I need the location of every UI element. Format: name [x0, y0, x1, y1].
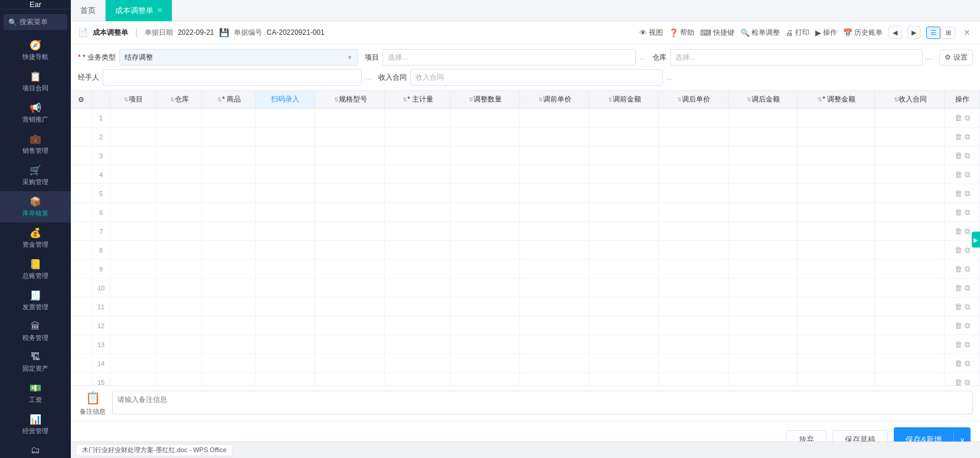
cell-data[interactable]: [156, 146, 202, 165]
cell-data[interactable]: [659, 109, 729, 127]
cell-data[interactable]: [659, 335, 729, 354]
cell-data[interactable]: [589, 316, 659, 335]
th-scan-input[interactable]: 扫码录入: [256, 91, 315, 109]
cell-data[interactable]: [659, 165, 729, 184]
cell-data[interactable]: [156, 279, 202, 297]
cell-data[interactable]: [256, 260, 315, 279]
cell-data[interactable]: [728, 373, 798, 386]
cell-data[interactable]: [156, 335, 202, 354]
sidebar-item-fund-mgmt[interactable]: 💰 资金管理: [0, 223, 71, 254]
cell-data[interactable]: [256, 279, 315, 297]
cell-data[interactable]: [450, 222, 520, 241]
cell-data[interactable]: [520, 260, 589, 279]
tab-close-icon[interactable]: ✕: [157, 6, 162, 14]
cell-data[interactable]: [659, 241, 729, 260]
cell-data[interactable]: [315, 127, 385, 146]
cell-data[interactable]: [520, 373, 589, 386]
delete-row-icon[interactable]: 🗑: [955, 170, 962, 179]
cell-data[interactable]: [202, 165, 256, 184]
cell-data[interactable]: [798, 241, 875, 260]
cell-data[interactable]: [875, 260, 945, 279]
cell-data[interactable]: [385, 316, 450, 335]
cell-data[interactable]: [520, 109, 589, 127]
cell-data[interactable]: [520, 165, 589, 184]
cell-data[interactable]: [589, 279, 659, 297]
cell-data[interactable]: [256, 184, 315, 203]
remarks-input[interactable]: [112, 391, 973, 414]
cell-data[interactable]: [256, 203, 315, 222]
sidebar-item-payroll[interactable]: 💵 工资: [0, 378, 71, 409]
cell-data[interactable]: [728, 335, 798, 354]
sidebar-item-tax-mgmt[interactable]: 🏛 税务管理: [0, 316, 71, 347]
cell-data[interactable]: [256, 297, 315, 316]
cell-data[interactable]: [156, 203, 202, 222]
cell-data[interactable]: [589, 203, 659, 222]
copy-row-icon[interactable]: ⧉: [965, 378, 970, 386]
cell-data[interactable]: [110, 373, 156, 386]
cell-data[interactable]: [798, 373, 875, 386]
cell-data[interactable]: [875, 127, 945, 146]
cell-data[interactable]: [450, 241, 520, 260]
cell-data[interactable]: [520, 127, 589, 146]
cell-data[interactable]: [110, 127, 156, 146]
cell-data[interactable]: [798, 184, 875, 203]
cell-data[interactable]: [589, 260, 659, 279]
cell-data[interactable]: [659, 127, 729, 146]
copy-row-icon[interactable]: ⧉: [965, 321, 970, 331]
cell-data[interactable]: [450, 184, 520, 203]
th-spec-type[interactable]: ⇅规格型号: [315, 91, 385, 109]
cell-data[interactable]: [156, 165, 202, 184]
th-before-amount[interactable]: ⇅调前金额: [589, 91, 659, 109]
cell-data[interactable]: [385, 165, 450, 184]
delete-row-icon[interactable]: 🗑: [955, 227, 962, 235]
cell-data[interactable]: [315, 109, 385, 127]
cell-data[interactable]: [385, 146, 450, 165]
delete-row-icon[interactable]: 🗑: [955, 359, 962, 368]
settings-button[interactable]: ⚙ 设置: [939, 50, 973, 66]
th-adjust-qty[interactable]: ⇅调整数量: [450, 91, 520, 109]
nav-next-button[interactable]: ▶: [907, 26, 920, 39]
th-main-unit[interactable]: ⇅* 主计量: [385, 91, 450, 109]
cell-data[interactable]: [875, 279, 945, 297]
cell-data[interactable]: [385, 127, 450, 146]
cell-data[interactable]: [589, 184, 659, 203]
cell-data[interactable]: [315, 297, 385, 316]
search-menu[interactable]: 🔍 搜索菜单: [4, 14, 67, 30]
cell-data[interactable]: [202, 203, 256, 222]
copy-row-icon[interactable]: ⧉: [965, 340, 970, 349]
tab-cost-adjust[interactable]: 成本调整单 ✕: [106, 0, 172, 21]
copy-row-icon[interactable]: ⧉: [965, 264, 970, 274]
taskbar-item[interactable]: 木门行业好业财处理方案-墨红红.doc - WPS Office: [76, 444, 233, 456]
th-income-contract[interactable]: ⇅收入合同: [875, 91, 945, 109]
check-adjust-button[interactable]: 🔍 检单调整: [740, 28, 780, 38]
cell-data[interactable]: [385, 203, 450, 222]
sidebar-item-inventory[interactable]: 📦 库存核算: [0, 191, 71, 223]
income-contract-input[interactable]: 收入合同: [410, 69, 662, 86]
cell-data[interactable]: [450, 316, 520, 335]
cell-data[interactable]: [156, 241, 202, 260]
cell-data[interactable]: [315, 241, 385, 260]
cell-data[interactable]: [450, 279, 520, 297]
cell-data[interactable]: [450, 297, 520, 316]
cell-data[interactable]: [110, 109, 156, 127]
cell-data[interactable]: [728, 241, 798, 260]
cell-data[interactable]: [589, 146, 659, 165]
th-adjust-amount[interactable]: ⇅* 调整金额: [798, 91, 875, 109]
cell-data[interactable]: [256, 109, 315, 127]
cell-data[interactable]: [156, 260, 202, 279]
cell-data[interactable]: [450, 335, 520, 354]
copy-row-icon[interactable]: ⧉: [965, 170, 970, 179]
cell-data[interactable]: [728, 260, 798, 279]
sidebar-item-purchase-mgmt[interactable]: 🛒 采购管理: [0, 160, 71, 191]
copy-row-icon[interactable]: ⧉: [965, 246, 970, 255]
cell-data[interactable]: [202, 109, 256, 127]
cell-data[interactable]: [728, 165, 798, 184]
th-product[interactable]: ⇅* 商品: [202, 91, 256, 109]
cell-data[interactable]: [256, 335, 315, 354]
delete-row-icon[interactable]: 🗑: [955, 264, 962, 273]
cell-data[interactable]: [875, 241, 945, 260]
th-before-unit-price[interactable]: ⇅调前单价: [520, 91, 589, 109]
cell-data[interactable]: [875, 109, 945, 127]
sidebar-item-project-contract[interactable]: 📋 项目合同: [0, 66, 71, 97]
cell-data[interactable]: [385, 335, 450, 354]
